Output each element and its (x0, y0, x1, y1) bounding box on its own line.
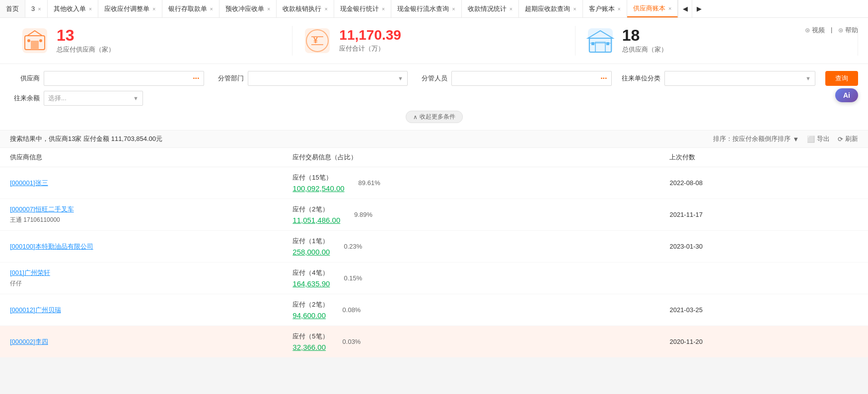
table-row[interactable]: [000002]李四 应付（5笔） 32,366.00 0.03% 2020-1… (0, 326, 868, 358)
tx-percent: 0.23% (344, 243, 362, 250)
tx-amount[interactable]: 258,000.00 (292, 248, 330, 256)
nav-tab-cash-stats[interactable]: 现金银行统计 × (334, 0, 391, 17)
refresh-button[interactable]: ⟳ 刷新 (838, 134, 858, 143)
person-ellipsis-icon[interactable]: ··· (600, 74, 607, 83)
lastpay-cell: 2021-03-25 (669, 300, 858, 320)
data-table: 供应商信息 应付交易信息（占比） 上次付数 [000001]张三 应付（15笔）… (0, 148, 868, 358)
tx-label: 应付（2笔） (292, 205, 340, 214)
chevron-down-icon: ▼ (398, 75, 403, 81)
tx-amount[interactable]: 164,635.90 (292, 279, 330, 288)
tx-percent: 0.08% (343, 306, 361, 314)
table-row[interactable]: [000007]恒旺二手叉车 王通 17106110000 应付（2笔） 11,… (0, 199, 868, 231)
total-payable-label: 应付合计（万） (339, 44, 401, 53)
supplier-icon (20, 26, 50, 56)
close-icon[interactable]: × (267, 6, 270, 12)
supplier-link[interactable]: [000012]广州贝瑞 (10, 306, 292, 315)
tx-label: 应付（1笔） (292, 237, 330, 246)
supplier-link[interactable]: [001]广州荣轩 (10, 268, 292, 277)
collapse-button[interactable]: ∧ 收起更多条件 (406, 111, 463, 123)
dept-filter-select[interactable]: ▼ (248, 71, 408, 86)
close-icon[interactable]: × (152, 6, 155, 12)
nav-tab-home[interactable]: 首页 (0, 0, 25, 17)
close-icon[interactable]: × (89, 6, 92, 12)
person-filter-input[interactable]: ··· (451, 71, 612, 86)
category-filter-select[interactable]: ▼ (664, 71, 816, 86)
close-icon[interactable]: × (452, 6, 455, 12)
lastpay-date: 2021-11-17 (669, 211, 703, 218)
supplier-link[interactable]: [000001]张三 (10, 179, 292, 188)
tx-info: 应付（4笔） 164,635.90 (292, 268, 330, 288)
stat-block-payable-suppliers: 13 总应付供应商（家） (10, 26, 292, 56)
chevron-down-icon: ▼ (133, 95, 139, 101)
supplier-cell: [000007]恒旺二手叉车 王通 17106110000 (10, 205, 292, 224)
tx-amount[interactable]: 32,366.00 (292, 343, 328, 351)
video-link[interactable]: ⊙ 视频 (805, 26, 825, 35)
table-row[interactable]: [000100]本特勤油品有限公司 应付（1笔） 258,000.00 0.23… (0, 231, 868, 263)
nav-tab-overdue[interactable]: 超期应收款查询 × (519, 0, 582, 17)
total-suppliers-label: 总供应商（家） (622, 45, 667, 54)
close-icon[interactable]: × (618, 6, 621, 12)
supplier-link[interactable]: [000002]李四 (10, 337, 292, 346)
nav-tab-customer-book[interactable]: 客户账本 × (583, 0, 627, 17)
tx-amount[interactable]: 11,051,486.00 (292, 216, 340, 224)
nav-tab-payment-stats[interactable]: 收款情况统计 × (462, 0, 519, 17)
svg-point-5 (39, 39, 42, 42)
nav-prev-button[interactable]: ◀ (678, 0, 692, 18)
tx-info: 应付（15笔） 100,092,540.00 (292, 173, 344, 193)
sort-selector[interactable]: 排序：按应付余额倒序排序 ▼ (713, 134, 799, 143)
payable-icon: ¥ (302, 26, 332, 56)
close-icon[interactable]: × (573, 6, 576, 12)
tx-percent: 9.89% (354, 211, 372, 218)
ai-button[interactable]: Ai (835, 88, 858, 102)
tx-percent: 0.15% (344, 274, 362, 282)
nav-tab-other-income[interactable]: 其他收入单 × (48, 0, 98, 17)
nav-tab-prepaid[interactable]: 预收冲应收单 × (219, 0, 277, 17)
close-icon[interactable]: × (38, 6, 41, 12)
nav-tab-bank-deposit[interactable]: 银行存取款单 × (162, 0, 219, 17)
close-icon[interactable]: × (210, 6, 213, 12)
store-icon (585, 26, 615, 56)
query-button[interactable]: 查询 (825, 71, 858, 86)
transaction-cell: 应付（1笔） 258,000.00 0.23% (292, 237, 669, 256)
transaction-cell: 应付（2笔） 11,051,486.00 9.89% (292, 205, 669, 224)
close-icon[interactable]: × (509, 6, 512, 12)
chevron-up-icon: ∧ (413, 114, 418, 121)
supplier-sub-info: 仔仔 (10, 279, 292, 288)
balance-filter-select[interactable]: 选择... ▼ (44, 91, 143, 106)
nav-tab-cash-flow[interactable]: 现金银行流水查询 × (391, 0, 461, 17)
nav-tab-3[interactable]: 3 × (25, 0, 48, 17)
payable-suppliers-number: 13 (57, 27, 115, 43)
svg-rect-15 (591, 42, 594, 45)
close-icon[interactable]: × (668, 5, 671, 11)
col-header-supplier: 供应商信息 (10, 153, 292, 162)
transaction-cell: 应付（15笔） 100,092,540.00 89.61% (292, 173, 669, 193)
total-payable-info: 11,170.39 应付合计（万） (339, 28, 401, 53)
filter-dept: 分管部门 ▼ (214, 71, 408, 86)
help-link[interactable]: ⊙ 帮助 (838, 26, 858, 35)
svg-text:¥: ¥ (313, 36, 318, 45)
nav-tab-adjustment[interactable]: 应收应付调整单 × (98, 0, 162, 17)
export-button[interactable]: ⬜ 导出 (807, 134, 830, 143)
result-bar: 搜索结果中，供应商13家 应付金额 111,703,854.00元 排序：按应付… (0, 131, 868, 148)
nav-tab-supplier-book[interactable]: 供应商账本 × (627, 0, 678, 17)
nav-tab-collection[interactable]: 收款核销执行 × (277, 0, 334, 17)
table-row[interactable]: [000012]广州贝瑞 应付（2笔） 94,600.00 0.08% 2021… (0, 294, 868, 326)
nav-next-button[interactable]: ▶ (692, 0, 706, 18)
dept-filter-label: 分管部门 (214, 74, 244, 83)
lastpay-cell: 2022-08-08 (669, 173, 858, 193)
tx-label: 应付（4笔） (292, 268, 330, 277)
table-row[interactable]: [001]广州荣轩 仔仔 应付（4笔） 164,635.90 0.15% (0, 263, 868, 294)
tx-amount[interactable]: 94,600.00 (292, 311, 328, 320)
close-icon[interactable]: × (324, 6, 327, 12)
tx-amount[interactable]: 100,092,540.00 (292, 184, 344, 193)
table-row[interactable]: [000001]张三 应付（15笔） 100,092,540.00 89.61%… (0, 167, 868, 199)
supplier-cell: [000012]广州贝瑞 (10, 300, 292, 320)
lastpay-date: 2020-11-20 (669, 338, 703, 345)
supplier-ellipsis-icon[interactable]: ··· (193, 74, 199, 83)
stats-header: 13 总应付供应商（家） ¥ 11,170.39 应付合计（万） (0, 18, 868, 64)
close-icon[interactable]: × (382, 6, 385, 12)
supplier-link[interactable]: [000007]恒旺二手叉车 (10, 205, 292, 214)
supplier-link[interactable]: [000100]本特勤油品有限公司 (10, 242, 292, 251)
supplier-filter-input[interactable]: ··· (44, 71, 204, 86)
person-filter-label: 分管人员 (418, 74, 447, 83)
